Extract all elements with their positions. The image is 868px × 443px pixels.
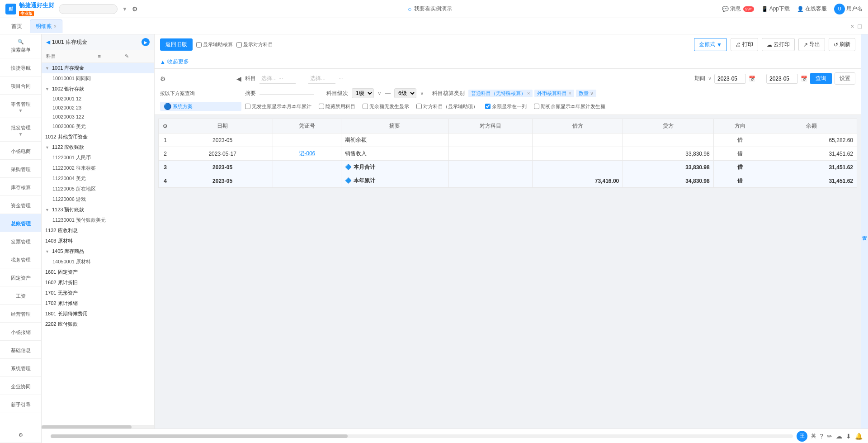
tree-node-11220006[interactable]: 11220006 游戏 — [42, 194, 154, 205]
sidebar-item-invoice[interactable]: 发票管理 — [0, 232, 41, 250]
global-search-input[interactable] — [59, 4, 118, 14]
sidebar-item-contract[interactable]: 项目合同 — [0, 76, 41, 95]
online-service-btn[interactable]: 👤 在线客服 — [797, 5, 827, 13]
tree-node-10010001[interactable]: 10010001 同同同 — [42, 73, 154, 84]
checkbox-opposite[interactable]: 对方科目（显示辅助项） — [416, 103, 478, 110]
tree-node-1001[interactable]: ▼ 1001 库存现金 — [42, 63, 154, 73]
app-download-btn[interactable]: 📱 App下载 — [761, 5, 790, 13]
edit-bottom-icon[interactable]: ✏ — [827, 433, 832, 440]
tree-node-10020001[interactable]: 10020001 12 — [42, 94, 154, 103]
tree-node-1601[interactable]: 1601 固定资产 — [42, 267, 154, 277]
sidebar-item-purchase[interactable]: 采购管理 — [0, 160, 41, 178]
sidebar-item-accounting[interactable]: 总账管理 — [0, 214, 41, 232]
dropdown-arrow-icon[interactable]: ▼ — [122, 6, 127, 12]
filter-icon[interactable]: ≡ — [98, 53, 123, 59]
sidebar-item-basic[interactable]: 基础信息 — [0, 341, 41, 359]
horizontal-scrollbar-bottom[interactable] — [51, 434, 793, 438]
checkbox-opening-balance[interactable]: 期初余额显示本年累计发生额 — [534, 103, 605, 110]
right-edge-tab[interactable]: 设置 — [861, 34, 868, 429]
checkbox-no-balance[interactable]: 无发生额显示本月本年累计 — [245, 103, 311, 110]
tree-node-14050001[interactable]: 14050001 原材料 — [42, 257, 154, 267]
tab-close-detail[interactable]: × — [54, 24, 57, 29]
remove-calc-type-1-btn[interactable]: × — [527, 91, 530, 96]
subject-input[interactable]: 选择... ··· — [259, 74, 296, 84]
sidebar-item-finance[interactable]: 资金管理 — [0, 196, 41, 214]
cell-voucher-2[interactable]: 记-006 — [273, 147, 341, 161]
window-close-btn[interactable]: × — [849, 22, 855, 31]
settings-btn[interactable]: 设置 — [835, 72, 855, 85]
sidebar-item-retail[interactable]: 零售管理 ▼ — [0, 95, 41, 118]
tab-detail[interactable]: 明细账 × — [30, 19, 62, 33]
print-btn[interactable]: 🖨 打印 — [731, 38, 758, 51]
subject-level-from-select[interactable]: 1级2级3级 — [352, 88, 374, 98]
subject-level-to-select[interactable]: 6级4级5级 — [394, 88, 416, 98]
checkbox-balance-in-col[interactable]: 余额显示在一列 — [485, 103, 527, 110]
checkbox-no-balance2[interactable]: 无余额无发生显示 — [363, 103, 409, 110]
tree-node-1702[interactable]: 1702 累计摊销 — [42, 298, 154, 309]
period-end-input[interactable] — [766, 74, 798, 84]
tree-node-1123[interactable]: ▼ 1123 预付账款 — [42, 205, 154, 215]
sidebar-item-cooperation[interactable]: 企业协同 — [0, 377, 41, 395]
tree-node-11220005[interactable]: 11220005 所在地区 — [42, 184, 154, 194]
subject-to-input[interactable]: 选择... — [308, 74, 335, 84]
sidebar-item-wholesale[interactable]: 批发管理 ▼ — [0, 118, 41, 142]
tree-node-10020006[interactable]: 10020006 美元 — [42, 121, 154, 132]
tree-node-11220004[interactable]: 11220004 美元 — [42, 173, 154, 184]
navigate-forward-btn[interactable]: ▶ — [142, 38, 150, 46]
settings-icon[interactable]: ⚙ — [132, 5, 138, 13]
tree-node-11220001[interactable]: 11220001 人民币 — [42, 152, 154, 163]
tree-node-1701[interactable]: 1701 无形资产 — [42, 288, 154, 298]
checkbox-hide-disabled[interactable]: 隐藏禁用科目 — [319, 103, 355, 110]
tree-node-10020002[interactable]: 10020002 23 — [42, 103, 154, 112]
sidebar-item-assets[interactable]: 固定资产 — [0, 268, 41, 286]
tree-node-1132[interactable]: 1132 应收利息 — [42, 225, 154, 236]
return-old-version-btn[interactable]: 返回旧版 — [160, 38, 193, 51]
sidebar-item-guide[interactable]: 新手引导 — [0, 395, 41, 413]
user-profile[interactable]: U 用户名 — [834, 4, 863, 14]
period-start-input[interactable] — [714, 74, 746, 84]
sidebar-settings-btn[interactable]: ⚙ — [0, 428, 41, 443]
amount-format-dropdown[interactable]: 金额式 ▼ — [694, 38, 727, 51]
sidebar-item-inventory[interactable]: 库存核算 — [0, 178, 41, 196]
sidebar-item-reports[interactable]: 小畅报销 — [0, 323, 41, 341]
sidebar-item-search[interactable]: 🔍 搜索菜单 — [0, 34, 41, 58]
tree-node-1602[interactable]: 1602 累计折旧 — [42, 277, 154, 288]
tree-node-1012[interactable]: 1012 其他货币资金 — [42, 132, 154, 142]
window-maximize-btn[interactable]: □ — [857, 22, 863, 31]
collapse-left-icon[interactable]: ◀ — [236, 75, 241, 82]
query-btn[interactable]: 查询 — [810, 73, 832, 84]
tree-node-1403[interactable]: 1403 原材料 — [42, 236, 154, 246]
sidebar-item-salary[interactable]: 工资 — [0, 286, 41, 305]
help-icon[interactable]: ? — [820, 433, 823, 440]
cloud-bottom-icon[interactable]: ☁ — [836, 433, 842, 440]
sidebar-item-ecommerce[interactable]: 小畅电商 — [0, 142, 41, 160]
tree-node-11220002[interactable]: 11220002 往来标签 — [42, 163, 154, 173]
calendar-icon[interactable]: 📅 — [749, 76, 755, 82]
filter-settings-icon[interactable]: ⚙ — [160, 75, 166, 82]
tree-node-2202[interactable]: 2202 应付账款 — [42, 319, 154, 329]
notification-icon[interactable]: 🔔 — [855, 433, 863, 440]
show-aux-accounts-checkbox[interactable]: 显示辅助核算 — [196, 41, 233, 48]
sidebar-item-system[interactable]: 系统管理 — [0, 359, 41, 377]
tree-node-1002[interactable]: ▼ 1002 银行存款 — [42, 84, 154, 94]
edit-icon[interactable]: ✎ — [125, 53, 150, 59]
download-bottom-icon[interactable]: ⬇ — [846, 433, 851, 440]
horizontal-scrollbar[interactable] — [42, 425, 154, 429]
expand-query-btn[interactable]: ▲ 收起更多 — [160, 58, 189, 66]
tree-node-1122[interactable]: ▼ 1122 应收账款 — [42, 142, 154, 152]
summary-input[interactable] — [259, 92, 314, 95]
tree-node-10020003[interactable]: 10020003 122 — [42, 112, 154, 121]
sidebar-item-quicknav[interactable]: 快捷导航 — [0, 58, 41, 76]
sidebar-item-tax[interactable]: 税务管理 — [0, 250, 41, 268]
refresh-btn[interactable]: ↺ 刷新 — [829, 38, 855, 51]
scheme-tag[interactable]: 🔵 系统方案 — [160, 102, 241, 111]
language-toggle[interactable]: 英 — [811, 433, 816, 439]
cloud-print-btn[interactable]: ☁ 云打印 — [762, 38, 795, 51]
demo-link[interactable]: ○ 我要看实例演示 — [408, 5, 452, 13]
col-settings[interactable]: ⚙ — [159, 119, 172, 133]
tree-node-1801[interactable]: 1801 长期待摊费用 — [42, 309, 154, 319]
tab-home[interactable]: 首页 — [5, 19, 28, 33]
tree-node-1405[interactable]: ▼ 1405 库存商品 — [42, 246, 154, 257]
tree-node-11230001[interactable]: 11230001 预付账款美元 — [42, 215, 154, 225]
remove-calc-type-2-btn[interactable]: × — [568, 91, 571, 96]
